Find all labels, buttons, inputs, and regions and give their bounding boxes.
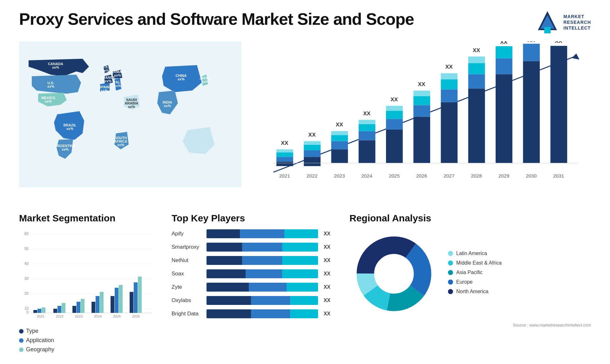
svg-rect-87 [62,303,65,313]
bar-seg2 [242,243,282,252]
regional-section: Regional Analysis [349,213,591,327]
label-spain-val: xx% [101,89,108,92]
svg-rect-32 [386,111,403,119]
svg-rect-95 [100,292,104,313]
source-line: Source : www.marketresearchintellect.com [349,323,591,327]
player-row-soax: Soax XX [172,269,330,278]
svg-rect-8 [276,152,293,157]
bar-seg1 [207,256,242,265]
svg-text:2025: 2025 [389,173,400,179]
reg-dot-north-america [448,289,453,294]
svg-rect-18 [331,149,348,163]
svg-rect-43 [441,89,458,102]
bar-seg2 [249,283,287,292]
svg-text:XX: XX [308,131,316,138]
svg-text:2027: 2027 [444,173,454,179]
player-val-apify: XX [324,231,330,237]
bar-seg2 [251,296,290,305]
reg-label-latin-america: Latin America [456,251,487,256]
svg-text:XX: XX [555,41,563,44]
reg-legend-mea: Middle East & Africa [448,260,591,266]
svg-rect-83 [42,307,45,313]
legend-geography: Geography [19,346,152,353]
svg-rect-48 [468,89,485,163]
svg-point-111 [374,254,414,293]
svg-rect-7 [276,157,293,161]
svg-rect-50 [468,63,485,74]
svg-text:2025: 2025 [113,314,121,318]
legend-dot-type [19,329,24,334]
player-name-netnut: NetNut [172,257,203,264]
svg-rect-60 [523,44,540,61]
player-bar-zyte [207,283,318,292]
svg-text:2024: 2024 [94,314,102,318]
svg-rect-101 [130,292,133,313]
donut-svg [349,229,438,318]
reg-legend-asia-pacific: Asia Pacific [448,270,591,275]
svg-rect-94 [96,296,99,313]
bar-seg1 [207,269,246,278]
label-mexico-val: xx% [45,99,52,103]
player-bar-netnut [207,256,318,265]
svg-text:0: 0 [26,310,29,314]
svg-text:2026: 2026 [416,173,427,179]
svg-rect-59 [523,61,540,163]
player-row-brightdata: Bright Data XX [172,309,330,318]
reg-label-asia-pacific: Asia Pacific [456,270,483,275]
bar-seg3 [290,296,318,305]
segmentation-section: Market Segmentation 60 50 40 30 20 10 0 [19,213,152,355]
bar-seg3 [282,243,318,252]
svg-rect-38 [413,96,430,105]
svg-rect-63 [551,46,567,163]
regional-legend: Latin America Middle East & Africa Asia … [448,251,591,298]
svg-text:XX: XX [500,41,508,45]
svg-text:2023: 2023 [75,314,83,318]
svg-rect-39 [413,91,430,96]
regional-chart: Latin America Middle East & Africa Asia … [349,229,591,320]
svg-rect-36 [413,117,430,163]
seg-legend: Type Application Geography [19,328,152,353]
svg-rect-89 [72,306,76,313]
svg-rect-81 [33,310,37,313]
map-section: CANADA xx% U.S. xx% MEXICO xx% BRAZIL xx… [19,41,241,200]
bar-seg1 [207,309,251,318]
svg-rect-49 [468,74,485,89]
seg-chart-svg: 60 50 40 30 20 10 0 [19,229,152,318]
svg-rect-90 [77,302,80,313]
world-map-svg: CANADA xx% U.S. xx% MEXICO xx% BRAZIL xx… [19,41,241,187]
svg-text:XX: XX [445,64,453,70]
svg-rect-33 [386,106,403,111]
svg-marker-5 [572,53,580,59]
growth-chart: XX 2021 XX 2022 XX 2023 [254,41,591,187]
svg-rect-25 [359,131,376,140]
svg-rect-85 [53,309,57,313]
key-players-section: Top Key Players Apify XX Smartproxy [172,213,330,318]
svg-rect-98 [115,288,119,313]
svg-rect-82 [37,309,41,313]
svg-rect-55 [496,58,512,74]
bar-seg1 [207,296,251,305]
player-name-zyte: Zyte [172,284,203,290]
page-title: Proxy Services and Software Market Size … [19,10,414,29]
key-players-title: Top Key Players [172,213,330,224]
reg-legend-north-america: North America [448,289,591,294]
bar-seg3 [290,309,318,318]
svg-rect-45 [441,73,458,79]
label-italy-val: xx% [114,84,121,88]
header: Proxy Services and Software Market Size … [19,10,591,35]
svg-rect-15 [304,141,321,145]
growth-chart-section: XX 2021 XX 2022 XX 2023 [254,41,591,200]
svg-text:30: 30 [24,276,29,281]
bar-seg3 [284,229,318,238]
svg-rect-102 [134,282,138,313]
svg-rect-86 [58,306,61,313]
svg-rect-91 [81,299,85,313]
svg-text:2021: 2021 [37,314,44,318]
player-bar-oxylabs [207,296,318,305]
svg-text:XX: XX [336,121,343,128]
legend-label-application: Application [26,337,54,344]
svg-text:2026: 2026 [132,314,140,318]
player-val-oxylabs: XX [324,298,330,303]
segmentation-title: Market Segmentation [19,213,152,224]
label-saudi-val: xx% [128,105,135,109]
